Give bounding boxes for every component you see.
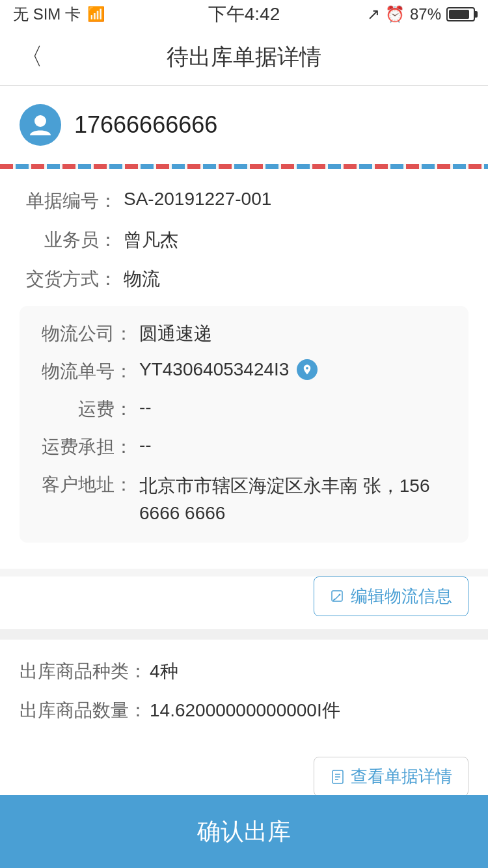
svg-point-0 <box>34 115 46 127</box>
logistics-tracking-value-container: YT43064053424I3 <box>139 359 453 380</box>
freight-row: 运费： -- <box>35 397 453 422</box>
view-detail-button[interactable]: 查看单据详情 <box>314 757 468 796</box>
freight-bearer-row: 运费承担： -- <box>35 435 453 459</box>
edit-icon <box>330 589 346 604</box>
customer-phone: 17666666666 <box>74 111 217 139</box>
logistics-tracking-value: YT43064053424I3 <box>139 359 289 380</box>
dashed-divider <box>0 164 488 169</box>
document-icon <box>330 769 346 785</box>
page-title: 待出库单据详情 <box>167 42 321 72</box>
nav-bar: 〈 待出库单据详情 <box>0 29 488 86</box>
freight-label: 运费： <box>35 397 139 422</box>
person-icon <box>27 112 53 138</box>
delivery-value: 物流 <box>124 267 468 292</box>
delivery-row: 交货方式： 物流 <box>20 267 468 292</box>
logistics-company-row: 物流公司： 圆通速递 <box>35 321 453 346</box>
status-bar: 无 SIM 卡 📶 下午4:42 ↗ ⏰ 87% <box>0 0 488 29</box>
section-separator <box>0 629 488 640</box>
salesman-value: 曾凡杰 <box>124 228 468 252</box>
status-left: 无 SIM 卡 📶 <box>13 4 105 25</box>
address-value: 北京市市辖区海淀区永丰南 张，156 6666 6666 <box>139 472 453 527</box>
logistics-tracking-label: 物流单号： <box>35 359 139 384</box>
battery-label: 87% <box>410 5 441 23</box>
order-no-value: SA-20191227-001 <box>124 189 468 210</box>
items-section: 出库商品种类： 4种 出库商品数量： 14.62000000000000I件 <box>0 640 488 750</box>
pin-svg <box>301 364 313 375</box>
address-row: 客户地址： 北京市市辖区海淀区永丰南 张，156 6666 6666 <box>35 472 453 527</box>
address-label: 客户地址： <box>35 472 139 497</box>
items-type-value: 4种 <box>150 659 178 684</box>
carrier-label: 无 SIM 卡 <box>13 4 81 25</box>
order-no-row: 单据编号： SA-20191227-001 <box>20 189 468 213</box>
content-area: 17666666666 单据编号： SA-20191227-001 业务员： 曾… <box>0 86 488 816</box>
customer-section: 17666666666 <box>0 86 488 164</box>
logistics-company-label: 物流公司： <box>35 321 139 346</box>
items-type-label: 出库商品种类： <box>20 659 150 684</box>
location-icon: ↗ <box>367 5 380 23</box>
back-button[interactable]: 〈 <box>20 41 43 73</box>
confirm-btn-container: 确认出库 <box>0 795 488 868</box>
delivery-label: 交货方式： <box>20 267 124 292</box>
edit-btn-label: 编辑物流信息 <box>351 585 452 608</box>
salesman-row: 业务员： 曾凡杰 <box>20 228 468 252</box>
view-detail-btn-label: 查看单据详情 <box>351 765 452 788</box>
status-right: ↗ ⏰ 87% <box>367 5 475 23</box>
confirm-outbound-button[interactable]: 确认出库 <box>197 816 291 848</box>
logistics-tracking-row: 物流单号： YT43064053424I3 <box>35 359 453 384</box>
freight-value: -- <box>139 397 453 418</box>
customer-avatar <box>20 104 61 146</box>
freight-bearer-value: -- <box>139 435 453 455</box>
edit-logistics-button[interactable]: 编辑物流信息 <box>314 576 468 616</box>
edit-btn-row: 编辑物流信息 <box>0 576 488 629</box>
order-no-label: 单据编号： <box>20 189 124 213</box>
wifi-icon: 📶 <box>87 6 105 23</box>
logistics-company-value: 圆通速递 <box>139 321 453 346</box>
alarm-icon: ⏰ <box>385 5 405 23</box>
map-pin-icon[interactable] <box>297 359 318 380</box>
items-quantity-row: 出库商品数量： 14.62000000000000I件 <box>20 698 468 723</box>
battery-indicator <box>446 7 475 21</box>
logistics-card: 物流公司： 圆通速递 物流单号： YT43064053424I3 运费： -- <box>20 306 468 543</box>
items-quantity-label: 出库商品数量： <box>20 698 150 723</box>
battery-fill <box>449 10 469 19</box>
salesman-label: 业务员： <box>20 228 124 252</box>
status-time: 下午4:42 <box>208 2 280 27</box>
order-info-section: 单据编号： SA-20191227-001 业务员： 曾凡杰 交货方式： 物流 … <box>0 169 488 569</box>
freight-bearer-label: 运费承担： <box>35 435 139 459</box>
items-type-row: 出库商品种类： 4种 <box>20 659 468 684</box>
items-quantity-value: 14.62000000000000I件 <box>150 698 340 723</box>
